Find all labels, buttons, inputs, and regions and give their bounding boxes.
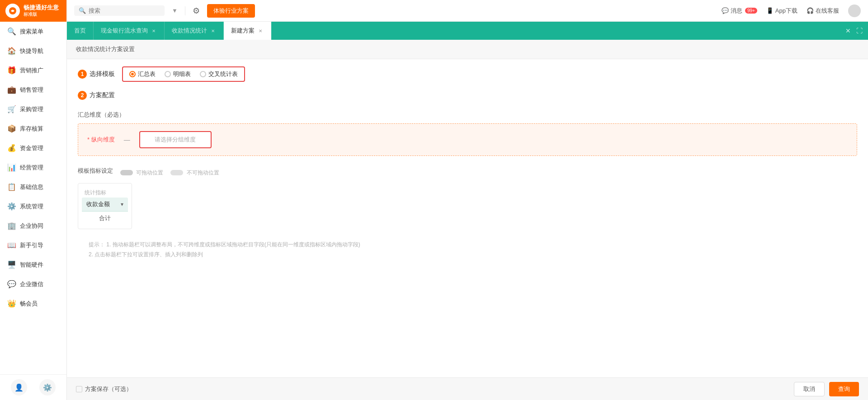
sidebar-item-purchase[interactable]: 🛒 采购管理 <box>0 99 66 119</box>
trial-industry-button[interactable]: 体验行业方案 <box>207 4 255 18</box>
bottom-bar: 方案保存（可选） 取消 查询 <box>67 377 868 400</box>
sidebar-item-finance[interactable]: 💰 资金管理 <box>0 138 66 158</box>
app-download-item[interactable]: 📱 App下载 <box>766 7 797 15</box>
search-input[interactable] <box>89 7 156 14</box>
logo-icon <box>5 4 20 18</box>
tab-collection-stat[interactable]: 收款情况统计 ✕ <box>165 22 224 40</box>
radio-detail-circle <box>165 71 171 77</box>
page-content-area: 收款情况统计方案设置 1 选择模板 汇总表 明细表 <box>67 40 868 400</box>
tab-new-plan[interactable]: 新建方案 ✕ <box>224 22 271 40</box>
metrics-tag-dropdown-icon: ▾ <box>121 201 123 207</box>
topbar-right: 💬 消息 99+ 📱 App下载 🎧 在线客服 <box>722 5 861 17</box>
cancel-button[interactable]: 取消 <box>794 382 825 396</box>
bottom-actions: 取消 查询 <box>794 382 859 396</box>
metrics-stats-label: 统计指标 <box>82 187 128 198</box>
sidebar-item-operation[interactable]: 📊 经营管理 <box>0 158 66 177</box>
notification-icon: 💬 <box>722 7 729 14</box>
step2-section: 2 方案配置 汇总维度（必选） * 纵向维度 — 请选择分组维度 <box>67 91 868 272</box>
finance-icon: 💰 <box>7 144 16 152</box>
sidebar-item-base-info[interactable]: 📋 基础信息 <box>0 177 66 197</box>
step1-badge: 1 <box>78 70 87 79</box>
user-avatar[interactable] <box>848 5 861 17</box>
step2-badge: 2 <box>78 91 87 100</box>
tab-close-bank-flow[interactable]: ✕ <box>151 28 157 34</box>
system-icon: ⚙️ <box>7 202 16 211</box>
tab-home[interactable]: 首页 <box>67 22 94 40</box>
sidebar-nav: 🔍 搜索菜单 🏠 快捷导航 🎁 营销推广 💼 销售管理 🛒 采购管理 📦 库存核… <box>0 22 66 374</box>
sales-icon: 💼 <box>7 85 16 94</box>
tab-close-all-icon[interactable]: ✕ <box>845 27 851 34</box>
dimension-area: 汇总维度（必选） * 纵向维度 — 请选择分组维度 <box>78 105 857 161</box>
app-logo: 畅捷通好生意 标准版 <box>0 0 66 22</box>
sidebar-item-hardware[interactable]: 🖥️ 智能硬件 <box>0 255 66 274</box>
sidebar-footer: 👤 ⚙️ <box>0 374 66 400</box>
guide-icon: 📖 <box>7 241 16 249</box>
purchase-icon: 🛒 <box>7 105 16 113</box>
sidebar-item-wechat[interactable]: 💬 企业微信 <box>0 274 66 294</box>
dimension-title: 汇总维度（必选） <box>78 111 857 119</box>
main-area: 🔍 ▼ ⚙ 体验行业方案 💬 消息 99+ 📱 App下载 🎧 在线客服 <box>67 0 868 400</box>
sidebar-item-quick-nav[interactable]: 🏠 快捷导航 <box>0 41 66 61</box>
online-service-item[interactable]: 🎧 在线客服 <box>807 7 839 15</box>
tabbar: 首页 现金银行流水查询 ✕ 收款情况统计 ✕ 新建方案 ✕ ✕ ⛶ <box>67 22 868 40</box>
page-content: 收款情况统计方案设置 1 选择模板 汇总表 明细表 <box>67 40 868 377</box>
topbar-dropdown-icon[interactable]: ▼ <box>172 7 178 14</box>
radio-detail[interactable]: 明细表 <box>165 70 191 78</box>
radio-summary-circle <box>129 71 136 77</box>
gift-icon: 🎁 <box>7 66 16 75</box>
arrow-icon: — <box>124 136 130 143</box>
save-option[interactable]: 方案保存（可选） <box>76 385 132 393</box>
metrics-header-row: 模板指标设定 可拖动位置 不可拖动位置 <box>78 167 857 179</box>
sidebar-footer-user[interactable]: 👤 <box>11 379 27 395</box>
sidebar-item-enterprise[interactable]: 🏢 企业协同 <box>0 216 66 235</box>
radio-cross-circle <box>200 71 206 77</box>
hardware-icon: 🖥️ <box>7 260 16 269</box>
base-info-icon: 📋 <box>7 183 16 191</box>
sidebar-item-guide[interactable]: 📖 新手引导 <box>0 235 66 255</box>
tab-close-new-plan[interactable]: ✕ <box>257 28 264 34</box>
inventory-icon: 📦 <box>7 124 16 133</box>
non-draggable-indicator: 不可拖动位置 <box>170 169 219 177</box>
tip-1: 提示： 1. 拖动标题栏可以调整布局，不可跨维度或指标区域拖动栏目字段(只能在同… <box>89 240 846 250</box>
topbar: 🔍 ▼ ⚙ 体验行业方案 💬 消息 99+ 📱 App下载 🎧 在线客服 <box>67 0 868 22</box>
sidebar-item-system[interactable]: ⚙️ 系统管理 <box>0 197 66 216</box>
metrics-tag-header[interactable]: 收款金额 ▾ <box>82 198 128 212</box>
metrics-tag-sub: 合计 <box>82 212 128 225</box>
wechat-icon: 💬 <box>7 280 16 288</box>
sidebar-footer-settings[interactable]: ⚙️ <box>39 379 56 395</box>
member-icon: 👑 <box>7 299 16 308</box>
sidebar-item-search-menu[interactable]: 🔍 搜索菜单 <box>0 22 66 41</box>
radio-group-template: 汇总表 明细表 交叉统计表 <box>122 66 245 82</box>
operation-icon: 📊 <box>7 163 16 172</box>
settings-gear-icon[interactable]: ⚙ <box>193 6 200 16</box>
step2-header: 2 方案配置 <box>78 91 857 100</box>
radio-cross[interactable]: 交叉统计表 <box>200 70 238 78</box>
app-download-icon: 📱 <box>766 7 774 14</box>
step1-section: 1 选择模板 汇总表 明细表 交叉统计表 <box>67 59 868 91</box>
sidebar-item-sales[interactable]: 💼 销售管理 <box>0 80 66 99</box>
tip-2: 2. 点击标题栏下拉可设置排序、插入列和删除列 <box>89 250 846 260</box>
save-checkbox[interactable] <box>76 386 82 392</box>
sidebar: 畅捷通好生意 标准版 🔍 搜索菜单 🏠 快捷导航 🎁 营销推广 💼 销售管理 🛒… <box>0 0 67 400</box>
sidebar-item-marketing[interactable]: 🎁 营销推广 <box>0 61 66 80</box>
draggable-indicator: 可拖动位置 <box>120 169 163 177</box>
dimension-field-label: * 纵向维度 <box>87 136 115 144</box>
search-icon: 🔍 <box>79 7 86 14</box>
home-icon: 🏠 <box>7 47 16 55</box>
breadcrumb: 收款情况统计方案设置 <box>67 40 868 59</box>
radio-summary[interactable]: 汇总表 <box>129 70 156 78</box>
metrics-tags-container: 统计指标 收款金额 ▾ 合计 <box>78 183 132 229</box>
enterprise-icon: 🏢 <box>7 221 16 230</box>
tab-expand-icon[interactable]: ⛶ <box>856 27 863 34</box>
tab-close-collection-stat[interactable]: ✕ <box>210 28 216 34</box>
sidebar-item-member[interactable]: 👑 畅会员 <box>0 294 66 313</box>
step1-row: 1 选择模板 汇总表 明细表 交叉统计表 <box>78 66 857 82</box>
tabbar-actions: ✕ ⛶ <box>840 22 868 40</box>
dimension-drop-box[interactable]: 请选择分组维度 <box>139 131 212 148</box>
tab-bank-flow[interactable]: 现金银行流水查询 ✕ <box>94 22 165 40</box>
topbar-search-container[interactable]: 🔍 <box>74 5 165 16</box>
query-button[interactable]: 查询 <box>829 382 859 396</box>
step1-label: 选择模板 <box>90 70 115 78</box>
notification-item[interactable]: 💬 消息 99+ <box>722 7 757 15</box>
sidebar-item-inventory[interactable]: 📦 库存核算 <box>0 119 66 138</box>
